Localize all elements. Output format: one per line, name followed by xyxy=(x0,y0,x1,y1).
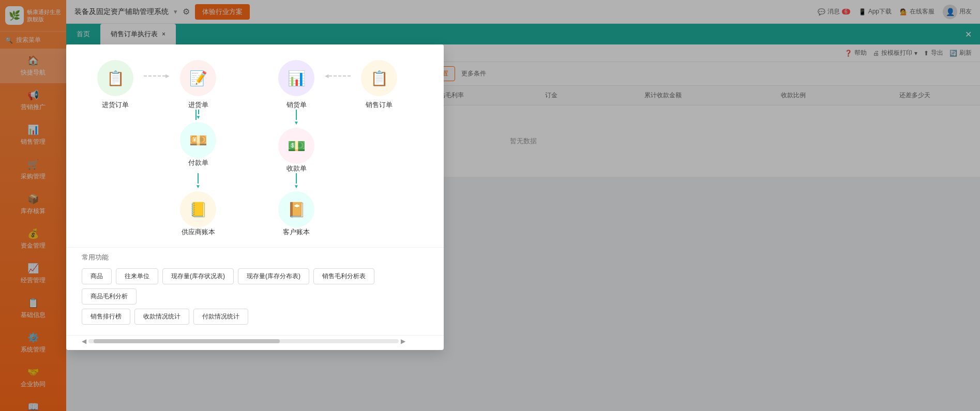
common-buttons-row-2: 销售排行榜 收款情况统计 付款情况统计 xyxy=(82,309,428,325)
common-btn-stock-dist[interactable]: 现存量(库存分布表) xyxy=(238,268,309,284)
payment-icon: 💴 xyxy=(180,122,216,158)
flow-node-purchase-order: 📋 进货订单 xyxy=(87,60,144,110)
purchase-label: 进货单 xyxy=(188,100,208,110)
flow-node-purchase: 📝 进货单 xyxy=(170,60,227,110)
arrow-purchase-to-payment: ▼ xyxy=(195,110,201,120)
sale-icon: 📊 xyxy=(278,60,314,96)
purchase-order-label: 进货订单 xyxy=(102,100,129,110)
quick-nav-dialog: 📋 进货订单 ▶ 📝 进货单 📊 销货单 ◀ xyxy=(66,44,444,350)
sale-order-icon: 📋 xyxy=(361,60,397,96)
scroll-left-arrow[interactable]: ◀ xyxy=(82,338,86,345)
arrow-receipt-to-customer: ▼ xyxy=(294,173,299,189)
scroll-track[interactable] xyxy=(88,339,399,343)
common-btn-product-gross[interactable]: 商品毛利分析 xyxy=(82,288,137,305)
arrow-purchase-order-to-purchase: ▶ xyxy=(144,73,170,79)
sale-label: 销货单 xyxy=(287,100,307,110)
supplier-ledger-label: 供应商账本 xyxy=(182,227,215,237)
payment-label: 付款单 xyxy=(188,158,208,168)
common-btn-payment-stats[interactable]: 付款情况统计 xyxy=(193,309,248,325)
common-btn-product[interactable]: 商品 xyxy=(82,268,112,284)
arrow-sale-order-to-sale: ◀ xyxy=(325,73,351,79)
dialog-scrollbar: ◀ ▶ xyxy=(66,335,444,350)
arrow-sale-to-receipt: ▼ xyxy=(294,110,299,126)
common-btn-sales-gross[interactable]: 销售毛利分析表 xyxy=(313,268,374,284)
arrow-payment-to-supplier: ▼ xyxy=(195,173,201,189)
purchase-order-icon: 📋 xyxy=(97,60,133,96)
common-btn-partners[interactable]: 往来单位 xyxy=(116,268,158,284)
scroll-right-arrow[interactable]: ▶ xyxy=(401,338,405,345)
supplier-ledger-icon: 📒 xyxy=(180,191,216,227)
customer-ledger-label: 客户账本 xyxy=(283,227,310,237)
common-btn-stock-status[interactable]: 现存量(库存状况表) xyxy=(162,268,234,284)
sale-order-label: 销售订单 xyxy=(366,100,393,110)
common-buttons-row-1: 商品 往来单位 现存量(库存状况表) 现存量(库存分布表) 销售毛利分析表 商品… xyxy=(82,268,428,305)
receipt-label: 收款单 xyxy=(287,164,307,173)
customer-ledger-icon: 📔 xyxy=(278,191,314,227)
scroll-thumb[interactable] xyxy=(94,339,280,343)
common-functions: 常用功能 商品 往来单位 现存量(库存状况表) 现存量(库存分布表) 销售毛利分… xyxy=(66,247,444,335)
flow-node-sale-order: 📋 销售订单 xyxy=(351,60,408,110)
common-btn-sales-rank[interactable]: 销售排行榜 xyxy=(82,309,130,325)
purchase-icon: 📝 xyxy=(180,60,216,96)
common-btn-receipt-stats[interactable]: 收款情况统计 xyxy=(134,309,189,325)
receipt-icon: 💵 xyxy=(278,128,314,164)
flow-node-sale: 📊 销货单 xyxy=(268,60,325,110)
flow-diagram: 📋 进货订单 ▶ 📝 进货单 📊 销货单 ◀ xyxy=(66,44,444,247)
common-title: 常用功能 xyxy=(82,253,428,262)
